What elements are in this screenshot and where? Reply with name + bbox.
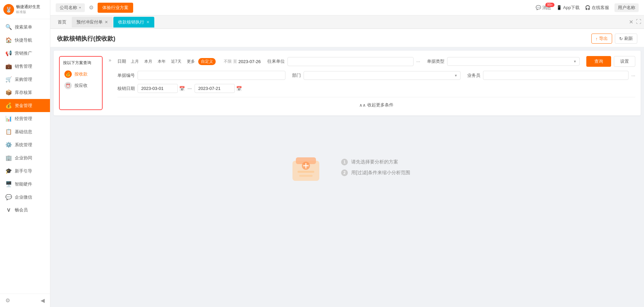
sidebar-item-sales[interactable]: 💼 销售管理 <box>0 60 50 73</box>
sidebar-item-marketing[interactable]: 📢 营销推广 <box>0 47 50 60</box>
sidebar-item-operation[interactable]: 📊 经营管理 <box>0 112 50 125</box>
logo-text-group: 畅捷通好生意 标准版 <box>16 4 40 14</box>
filter-panel: 按以下方案查询 💰 按收款 ⏰ 按应收 <box>59 56 103 110</box>
sidebar-item-wechat[interactable]: 💬 企业微信 <box>0 191 50 204</box>
date-nolimit-label: 不限 <box>224 59 232 64</box>
sidebar-item-basic[interactable]: 📋 基础信息 <box>0 125 50 138</box>
marketing-icon: 📢 <box>5 50 12 56</box>
sidebar-item-member[interactable]: V 畅会员 <box>0 204 50 216</box>
filter-form: 日期 上月 本月 本年 近7天 更多 自定义 不限 至 2023 <box>117 56 635 110</box>
settings-bottom-icon[interactable]: ⚙ <box>5 297 10 304</box>
page-header: 收款核销执行(按收款) ↑ 导出 ↻ 刷新 <box>50 29 644 47</box>
refresh-icon: ↻ <box>619 36 623 41</box>
tab-expand-icon[interactable]: ⛶ <box>636 19 641 25</box>
page-title: 收款核销执行(按收款) <box>57 35 115 43</box>
hardware-icon: 🖥️ <box>5 181 12 187</box>
sidebar-label-sales: 销售管理 <box>15 63 32 69</box>
sales-icon: 💼 <box>5 63 12 69</box>
export-label: 导出 <box>599 36 608 42</box>
svg-rect-6 <box>299 175 313 177</box>
collapse-filter-panel-btn[interactable]: » <box>107 56 113 110</box>
empty-step-1: 1 请先选择要分析的方案 <box>341 159 410 165</box>
filter-option-by-receipt[interactable]: 💰 按收款 <box>63 68 99 80</box>
topbar-right: 💬 消息 99+ 📱 App下载 🎧 在线客服 用户名称 <box>536 3 639 12</box>
online-service-btn[interactable]: 🎧 在线客服 <box>585 5 609 11</box>
tab-prepay[interactable]: 预付冲应付单 ✕ <box>72 17 113 28</box>
bill-type-label: 单据类型 <box>427 58 444 64</box>
chevron-down-icon: ▾ <box>79 6 81 9</box>
filter-option-by-receivable[interactable]: ⏰ 按应收 <box>63 80 99 91</box>
sidebar: 🐰 畅捷通好生意 标准版 🔍 搜索菜单 🏠 快捷导航 📢 营销推广 💼 销售管理… <box>0 0 50 307</box>
counterpart-label: 往来单位 <box>267 58 285 64</box>
query-actions: 查询 设置 <box>586 56 635 67</box>
sidebar-item-finance[interactable]: 💰 资金管理 <box>0 99 50 112</box>
sidebar-item-system[interactable]: ⚙️ 系统管理 <box>0 138 50 151</box>
date-custom-btn[interactable]: 自定义 <box>198 58 216 65</box>
company-selector[interactable]: 公司名称 ▾ <box>56 3 85 12</box>
writeoff-date-to-group: 📅 <box>195 84 242 93</box>
sidebar-item-hardware[interactable]: 🖥️ 智能硬件 <box>0 177 50 191</box>
sidebar-label-guide: 新手引导 <box>15 168 32 174</box>
sidebar-item-purchase[interactable]: 🛒 采购管理 <box>0 73 50 86</box>
chevron-up-icon: ∧∧ <box>359 103 366 108</box>
empty-text: 1 请先选择要分析的方案 2 用[过滤]条件来缩小分析范围 <box>341 159 410 176</box>
export-button[interactable]: ↑ 导出 <box>591 34 612 44</box>
bill-type-select[interactable]: ▾ <box>447 57 580 66</box>
tab-home[interactable]: 首页 <box>53 17 71 28</box>
receivable-icon: ⏰ <box>64 82 72 89</box>
chevron-down-bill-type: ▾ <box>574 59 576 64</box>
logo-badge: 标准版 <box>16 10 40 14</box>
date-more-btn[interactable]: 更多 <box>185 58 197 65</box>
sidebar-item-guide[interactable]: 🎓 新手引导 <box>0 164 50 177</box>
industry-btn[interactable]: 体验行业方案 <box>98 3 133 13</box>
counterpart-input[interactable] <box>287 57 414 66</box>
collapse-more-btn[interactable]: ∧∧ 收起更多条件 <box>359 100 393 110</box>
date-to-value: 2023-07-26 <box>238 59 261 64</box>
setting-button[interactable]: 设置 <box>614 56 635 67</box>
user-menu[interactable]: 用户名称 <box>614 3 639 12</box>
tab-receipt-writeoff[interactable]: 收款核销执行 ✕ <box>113 17 154 28</box>
date-7days-btn[interactable]: 近7天 <box>169 58 183 65</box>
filter-area: 按以下方案查询 💰 按收款 ⏰ 按应收 » 日期 <box>54 51 641 115</box>
empty-step-2: 2 用[过滤]条件来缩小分析范围 <box>341 169 410 176</box>
query-button[interactable]: 查询 <box>586 56 611 67</box>
export-icon: ↑ <box>596 36 598 41</box>
sidebar-item-search[interactable]: 🔍 搜索菜单 <box>0 20 50 34</box>
sidebar-item-enterprise[interactable]: 🏢 企业协同 <box>0 151 50 164</box>
tab-receipt-writeoff-close-icon[interactable]: ✕ <box>146 20 150 24</box>
refresh-button[interactable]: ↻ 刷新 <box>615 34 637 44</box>
app-download-btn[interactable]: 📱 App下载 <box>556 5 580 11</box>
staff-more-icon[interactable]: ··· <box>631 73 635 78</box>
date-range-dash: — <box>187 86 192 91</box>
dept-select[interactable]: ▾ <box>304 71 460 80</box>
writeoff-date-from-input[interactable] <box>138 84 178 93</box>
page-content: 收款核销执行(按收款) ↑ 导出 ↻ 刷新 按以下方案查询 💰 按收款 <box>50 29 644 307</box>
counterpart-more-icon[interactable]: ··· <box>416 59 420 64</box>
refresh-label: 刷新 <box>624 36 633 42</box>
bill-no-input[interactable] <box>138 71 285 80</box>
staff-label: 业务员 <box>467 72 480 79</box>
search-icon: 🔍 <box>5 24 12 30</box>
writeoff-date-to-input[interactable] <box>195 84 235 93</box>
empty-illustration <box>284 146 328 189</box>
wechat-icon: 💬 <box>5 194 12 200</box>
calendar-to-icon[interactable]: 📅 <box>236 86 242 91</box>
system-icon: ⚙️ <box>5 142 12 148</box>
collapse-sidebar-icon[interactable]: ◀ <box>41 297 45 304</box>
date-this-year-btn[interactable]: 本年 <box>156 58 168 65</box>
writeoff-date-label: 核销日期 <box>117 86 135 92</box>
tab-prepay-close-icon[interactable]: ✕ <box>105 20 108 24</box>
date-this-month-btn[interactable]: 本月 <box>142 58 154 65</box>
tab-close-all-icon[interactable]: ✕ <box>629 19 633 25</box>
sidebar-item-inventory[interactable]: 📦 库存核算 <box>0 86 50 99</box>
message-btn[interactable]: 💬 消息 99+ <box>536 5 551 11</box>
staff-input[interactable] <box>483 71 629 80</box>
staff-field: 业务员 ··· <box>467 71 635 80</box>
calendar-from-icon[interactable]: 📅 <box>179 86 185 91</box>
sidebar-label-system: 系统管理 <box>15 142 32 148</box>
gear-icon[interactable]: ⚙ <box>89 4 94 11</box>
guide-icon: 🎓 <box>5 168 12 174</box>
tab-prepay-label: 预付冲应付单 <box>76 19 103 25</box>
date-last-month-btn[interactable]: 上月 <box>129 58 141 65</box>
sidebar-item-quick-nav[interactable]: 🏠 快捷导航 <box>0 34 50 47</box>
